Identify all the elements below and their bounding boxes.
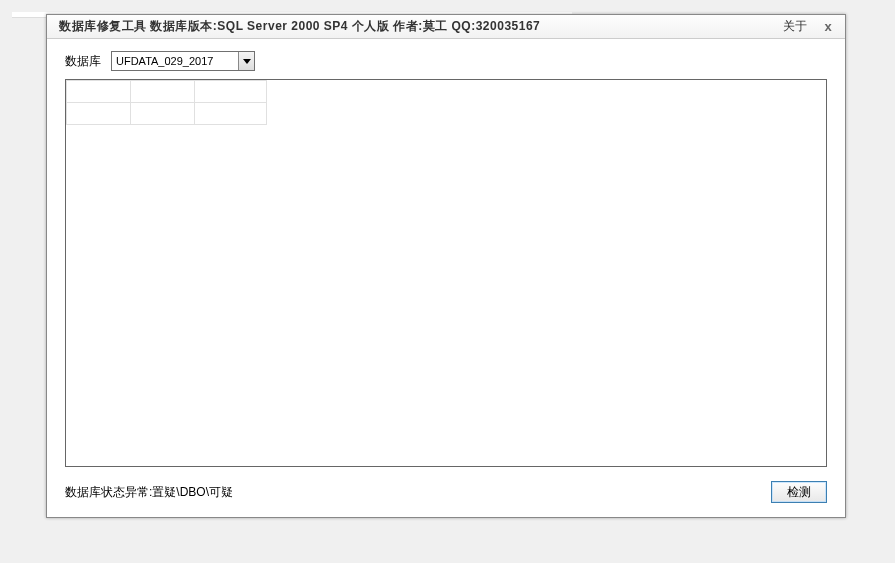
table-row [67, 103, 267, 125]
grid-cell[interactable] [195, 81, 267, 103]
window-title: 数据库修复工具 数据库版本:SQL Server 2000 SP4 个人版 作者… [59, 18, 540, 35]
about-link[interactable]: 关于 [783, 18, 807, 35]
grid-cell[interactable] [131, 103, 195, 125]
bottom-row: 数据库状态异常:置疑\DBO\可疑 检测 [65, 481, 827, 503]
grid-table [66, 80, 267, 125]
grid-cell[interactable] [195, 103, 267, 125]
database-select-value: UFDATA_029_2017 [112, 55, 217, 67]
result-grid[interactable] [65, 79, 827, 467]
chevron-down-icon [238, 52, 254, 70]
grid-cell[interactable] [131, 81, 195, 103]
table-row [67, 81, 267, 103]
window-body: 数据库 UFDATA_029_2017 [47, 39, 845, 517]
close-button[interactable]: x [819, 19, 837, 35]
detect-button[interactable]: 检测 [771, 481, 827, 503]
database-label: 数据库 [65, 53, 101, 70]
main-window: 数据库修复工具 数据库版本:SQL Server 2000 SP4 个人版 作者… [46, 14, 846, 518]
titlebar-right: 关于 x [783, 18, 837, 35]
titlebar: 数据库修复工具 数据库版本:SQL Server 2000 SP4 个人版 作者… [47, 15, 845, 39]
status-text: 数据库状态异常:置疑\DBO\可疑 [65, 484, 233, 501]
grid-cell[interactable] [67, 103, 131, 125]
grid-cell[interactable] [67, 81, 131, 103]
database-row: 数据库 UFDATA_029_2017 [65, 51, 827, 71]
database-select[interactable]: UFDATA_029_2017 [111, 51, 255, 71]
